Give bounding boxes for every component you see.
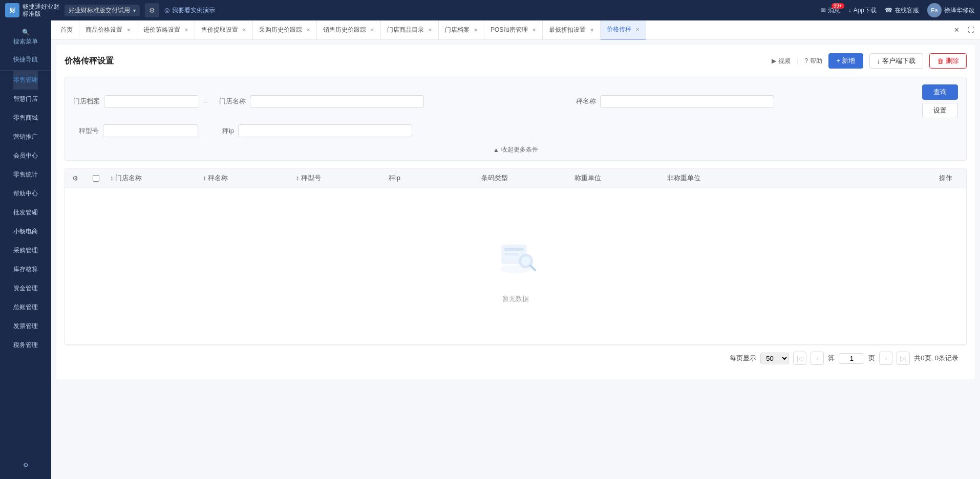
th-checkbox[interactable] xyxy=(86,170,106,187)
sidebar-item-purchase[interactable]: 采购管理 xyxy=(13,241,38,260)
scale-model-label: 秤型号 xyxy=(73,126,99,136)
sidebar-item-label: 营销推广 xyxy=(13,133,38,141)
tab-min-discount[interactable]: 最低折扣设置✕ xyxy=(543,20,601,40)
sidebar-item-tax[interactable]: 税务管理 xyxy=(13,336,38,355)
sidebar-item-invoice[interactable]: 发票管理 xyxy=(13,317,38,336)
tab-label: 最低折扣设置 xyxy=(549,26,586,34)
tab-store-catalog[interactable]: 门店商品目录✕ xyxy=(381,20,439,40)
sidebar-gear-button[interactable]: ⚙ xyxy=(23,455,29,475)
arrow-icon: ▾ xyxy=(33,210,35,215)
headset-icon: ☎ xyxy=(885,7,892,14)
tab-sale-extract[interactable]: 售价提取设置✕ xyxy=(195,20,253,40)
collapse-button[interactable]: ▲ 收起更多条件 xyxy=(493,145,538,154)
arrow-icon: ▾ xyxy=(33,78,35,82)
scale-ip-input[interactable] xyxy=(238,124,412,137)
sidebar-item-retail-mall[interactable]: 零售商城 xyxy=(13,108,38,127)
search-icon: 🔍 xyxy=(22,29,30,36)
th-gear[interactable]: ⚙ xyxy=(65,169,86,187)
tab-close-icon[interactable]: ✕ xyxy=(306,27,310,33)
delete-button[interactable]: 🗑 删除 xyxy=(929,53,967,69)
tab-close-icon[interactable]: ✕ xyxy=(635,27,640,32)
per-page-select[interactable]: 50 10 20 100 xyxy=(760,353,789,364)
video-link[interactable]: ▶ 视频 xyxy=(772,57,791,66)
tab-expand-button[interactable]: ⛶ xyxy=(965,24,977,36)
sidebar: 🔍 搜索菜单 快捷导航 零售管理▾智慧门店零售商城营销推广会员中心零售统计帮助中… xyxy=(0,20,51,479)
sidebar-item-label: 会员中心 xyxy=(13,151,38,160)
tab-store-profile[interactable]: 门店档案✕ xyxy=(439,20,484,40)
scale-name-input[interactable] xyxy=(600,95,774,108)
sidebar-item-retail-mgmt[interactable]: 零售管理▾ xyxy=(13,71,38,90)
setup-button[interactable]: 设置 xyxy=(922,103,958,118)
add-button[interactable]: + 新增 xyxy=(828,53,863,69)
tab-pos-mgmt[interactable]: POS加密管理✕ xyxy=(484,20,543,40)
sidebar-item-ecommerce[interactable]: 小畅电商 xyxy=(13,222,38,241)
avatar-initials: Ea xyxy=(931,7,938,13)
sidebar-item-retail-stats[interactable]: 零售统计 xyxy=(13,165,38,184)
scale-model-input[interactable] xyxy=(103,124,198,137)
messages-button[interactable]: ✉ 消息 99+ xyxy=(821,6,840,15)
table-wrap: ⚙ ↕ 门店名称 ↕ 秤名称 ↕ 秤型号 xyxy=(65,168,967,345)
last-page-button[interactable]: ▷| xyxy=(897,352,910,365)
help-link[interactable]: ? 帮助 xyxy=(805,57,823,66)
tab-close-icon[interactable]: ✕ xyxy=(370,27,374,33)
tab-sale-history[interactable]: 销售历史价跟踪✕ xyxy=(317,20,381,40)
store-profile-dots-icon[interactable]: ··· xyxy=(203,98,209,105)
th-scale-model: ↕ 秤型号 xyxy=(292,168,385,188)
query-button[interactable]: 查询 xyxy=(922,84,958,100)
tab-close-all-button[interactable]: ✕ xyxy=(950,24,963,36)
page-number-input[interactable] xyxy=(839,353,864,364)
sidebar-item-inventory[interactable]: 库存核算 xyxy=(13,260,38,279)
version-selector[interactable]: 好业财标准版交付试用 ▾ xyxy=(65,5,140,16)
sidebar-item-label: 小畅电商 xyxy=(13,227,38,236)
next-page-button[interactable]: › xyxy=(879,352,892,365)
prev-page-button[interactable]: ‹ xyxy=(811,352,824,365)
tab-home[interactable]: 首页 xyxy=(54,20,79,40)
sidebar-item-member[interactable]: 会员中心 xyxy=(13,146,38,165)
page-title: 价格传秤设置 xyxy=(65,56,114,67)
tab-close-icon[interactable]: ✕ xyxy=(474,27,478,33)
sidebar-item-accounting[interactable]: 总账管理 xyxy=(13,298,38,317)
user-name: 徐泽华修改 xyxy=(944,6,975,15)
eye-icon: ◎ xyxy=(164,7,169,14)
empty-icon xyxy=(490,229,541,288)
search-menu-button[interactable]: 🔍 搜索菜单 xyxy=(13,25,38,52)
download-button[interactable]: ↓ 客户端下载 xyxy=(869,53,924,69)
first-page-button[interactable]: |◁ xyxy=(793,352,806,365)
tab-close-icon[interactable]: ✕ xyxy=(184,27,188,33)
tab-purchase-history[interactable]: 采购历史价跟踪✕ xyxy=(253,20,317,40)
download-icon: ↓ xyxy=(848,7,851,14)
tab-price-scale[interactable]: 价格传秤✕ xyxy=(601,20,646,40)
tab-close-icon[interactable]: ✕ xyxy=(242,27,246,33)
sidebar-item-help[interactable]: 帮助中心 xyxy=(13,184,38,203)
store-profile-input[interactable] xyxy=(104,95,199,108)
collapse-row: ▲ 收起更多条件 xyxy=(73,143,958,156)
sidebar-item-wholesale[interactable]: 批发管理▾ xyxy=(13,203,38,222)
tab-price-settings[interactable]: 商品价格设置✕ xyxy=(79,20,137,40)
app-download-button[interactable]: ↓ App下载 xyxy=(848,6,877,15)
th-scale-ip: 秤ip xyxy=(385,168,477,188)
quick-nav-button[interactable]: 快捷导航 xyxy=(0,52,51,71)
sidebar-item-finance[interactable]: 资金管理 xyxy=(13,279,38,298)
select-all-checkbox[interactable] xyxy=(93,175,99,182)
tab-close-icon[interactable]: ✕ xyxy=(126,27,131,33)
tab-close-icon[interactable]: ✕ xyxy=(532,27,536,33)
main-content: 首页商品价格设置✕进价策略设置✕售价提取设置✕采购历史价跟踪✕销售历史价跟踪✕门… xyxy=(51,20,980,479)
sidebar-item-label: 资金管理 xyxy=(13,284,38,293)
store-name-label: 门店名称 xyxy=(219,97,246,106)
store-name-input[interactable] xyxy=(250,95,424,108)
page-body: 价格传秤设置 ▶ 视频 | ? 帮助 + 新增 xyxy=(56,45,975,379)
filter-scale-model: 秤型号 xyxy=(73,124,198,137)
user-info[interactable]: Ea 徐泽华修改 xyxy=(927,3,975,17)
tab-close-icon[interactable]: ✕ xyxy=(428,27,432,33)
th-weight-unit: 称重单位 xyxy=(570,168,663,188)
app-logo: 财 畅捷通好业财标准版 xyxy=(5,3,59,18)
sidebar-item-marketing[interactable]: 营销推广 xyxy=(13,127,38,146)
sidebar-item-label: 智慧门店 xyxy=(13,95,38,103)
demo-link[interactable]: ◎ 我要看实例演示 xyxy=(164,6,215,15)
sidebar-item-smart-store[interactable]: 智慧门店 xyxy=(13,90,38,108)
version-settings-button[interactable]: ⚙ xyxy=(145,3,159,17)
page-label: 算 xyxy=(828,354,835,363)
tab-purchase-strategy[interactable]: 进价策略设置✕ xyxy=(137,20,195,40)
online-service-button[interactable]: ☎ 在线客服 xyxy=(885,6,919,15)
tab-close-icon[interactable]: ✕ xyxy=(590,27,594,33)
